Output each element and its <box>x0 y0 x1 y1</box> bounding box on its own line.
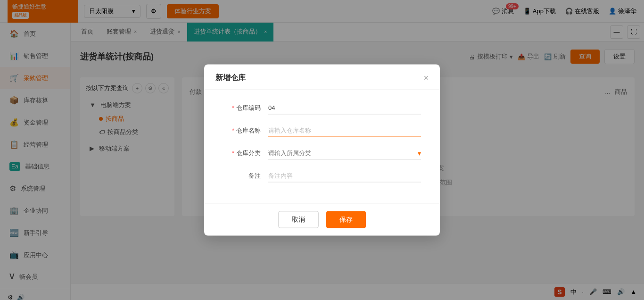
modal-close-button[interactable]: × <box>423 73 429 83</box>
warehouse-name-row: *仓库名称 <box>223 124 421 137</box>
remark-label: 备注 <box>223 172 261 180</box>
warehouse-name-label: *仓库名称 <box>223 126 261 135</box>
save-button[interactable]: 保存 <box>326 211 366 228</box>
remark-row: 备注 <box>223 169 421 183</box>
required-mark: * <box>232 127 234 134</box>
required-mark: * <box>232 104 234 111</box>
warehouse-category-row: *仓库分类 ▾ <box>223 147 421 160</box>
warehouse-code-input[interactable] <box>268 101 421 115</box>
category-dropdown-icon[interactable]: ▾ <box>418 149 421 157</box>
modal-body: *仓库编码 *仓库名称 *仓库分类 ▾ 备注 <box>204 90 440 203</box>
modal-header: 新增仓库 × <box>204 65 440 90</box>
warehouse-name-input[interactable] <box>268 124 421 137</box>
modal-title: 新增仓库 <box>215 73 246 83</box>
modal-footer: 取消 保存 <box>204 203 440 236</box>
add-warehouse-modal: 新增仓库 × *仓库编码 *仓库名称 *仓库分类 ▾ <box>204 65 440 236</box>
warehouse-category-input[interactable] <box>268 147 418 159</box>
warehouse-category-label: *仓库分类 <box>223 149 261 158</box>
remark-input[interactable] <box>268 169 421 183</box>
required-mark: * <box>232 150 234 157</box>
warehouse-code-row: *仓库编码 <box>223 101 421 115</box>
warehouse-code-label: *仓库编码 <box>223 104 261 112</box>
cancel-button[interactable]: 取消 <box>278 211 319 228</box>
warehouse-category-wrap: ▾ <box>268 147 421 160</box>
